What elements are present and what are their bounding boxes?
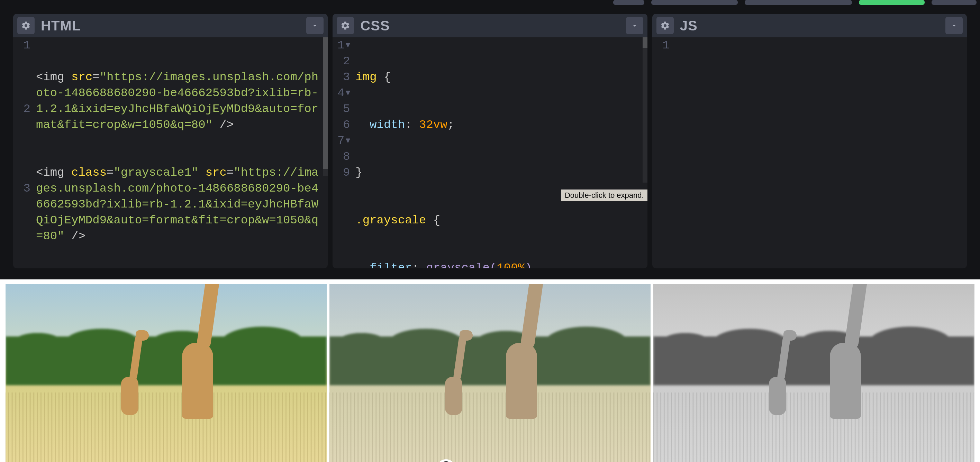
line-number: 3 [13,181,30,260]
grass [653,392,974,462]
js-settings-button[interactable] [657,17,674,34]
line-number: 5 [332,101,350,117]
css-settings-button[interactable] [337,17,354,34]
html-collapse-button[interactable] [306,17,323,34]
html-code[interactable]: <img src="https://images.unsplash.com/ph… [34,37,328,268]
js-panel-title: JS [680,18,698,33]
gear-icon [21,21,31,30]
code-line: img { [355,69,644,85]
grass [6,392,327,462]
js-panel: JS 1 [652,14,967,268]
line-number: 7▾ [332,133,350,149]
scrollbar-thumb[interactable] [643,37,648,48]
giraffe-scene [653,284,974,462]
line-number: 1 [13,37,30,101]
toolbar-button[interactable] [745,0,852,5]
output-preview [0,279,980,462]
editors-row: HTML 1 2 3 <img src="https://images.unsp… [0,6,980,268]
js-code-editor[interactable]: 1 [652,37,967,268]
trees [6,337,327,385]
code-line: width: 32vw; [355,117,644,133]
code-line: } [355,165,644,181]
chevron-down-icon [311,21,319,30]
line-number: 2 [332,53,350,69]
fold-icon: ▾ [344,133,350,149]
css-panel-title: CSS [360,18,390,33]
toolbar-button[interactable] [613,0,644,5]
line-number: 1▾ [332,37,350,53]
toolbar-button[interactable] [932,0,977,5]
line-number: 9 [332,165,350,181]
chevron-down-icon [630,21,639,30]
html-panel-header: HTML [13,14,328,37]
gear-icon [660,21,670,30]
grass [329,392,651,462]
giraffe-scene [329,284,651,462]
scrollbar[interactable] [643,37,648,183]
output-image-grayscale-half [329,284,651,462]
code-line: filter: grayscale(100%) [355,260,644,268]
js-collapse-button[interactable] [945,17,963,34]
css-panel: CSS Double-click to expand. 1▾ 2 3 4▾ 5 … [332,14,647,268]
top-toolbar [0,0,980,6]
line-number: 6 [332,117,350,133]
html-panel-title: HTML [41,18,81,33]
scrollbar-thumb[interactable] [323,37,328,169]
css-panel-header: CSS [332,14,647,37]
fold-icon: ▾ [344,85,350,101]
giraffe-big [830,343,861,419]
expand-tooltip: Double-click to expand. [561,189,648,201]
giraffe-big [506,343,537,419]
toolbar-button[interactable] [651,0,738,5]
scrollbar[interactable] [323,37,328,176]
trees [653,337,974,385]
html-gutter: 1 2 3 [13,37,34,268]
gear-icon [340,21,350,30]
giraffe-small [769,377,786,415]
js-gutter: 1 [652,37,673,268]
js-panel-header: JS [652,14,967,37]
line-number: 1 [652,37,670,53]
fold-icon: ▾ [344,37,350,53]
css-gutter: 1▾ 2 3 4▾ 5 6 7▾ 8 9 [332,37,353,268]
html-settings-button[interactable] [17,17,35,34]
giraffe-scene [6,284,327,462]
giraffe-small [121,377,138,415]
trees [329,337,651,385]
line-number: 3 [332,69,350,85]
css-code-editor[interactable]: 1▾ 2 3 4▾ 5 6 7▾ 8 9 img { width: 32vw; … [332,37,647,268]
output-image-grayscale-full [653,284,974,462]
chevron-down-icon [950,21,958,30]
giraffe-big [182,343,213,419]
html-panel: HTML 1 2 3 <img src="https://images.unsp… [13,14,328,268]
line-number: 4▾ [332,85,350,101]
html-code-editor[interactable]: 1 2 3 <img src="https://images.unsplash.… [13,37,328,268]
code-line: <img src="https://images.unsplash.com/ph… [36,69,324,133]
css-code[interactable]: img { width: 32vw; } .grayscale { filter… [353,37,647,268]
code-line: .grayscale { [355,212,644,228]
css-collapse-button[interactable] [626,17,643,34]
output-image-normal [6,284,327,462]
giraffe-small [445,377,462,415]
line-number: 2 [13,101,30,181]
toolbar-button-primary[interactable] [859,0,924,5]
js-code[interactable] [673,37,967,268]
code-line: <img class="grayscale1" src="https://ima… [36,165,324,244]
line-number: 8 [332,149,350,165]
